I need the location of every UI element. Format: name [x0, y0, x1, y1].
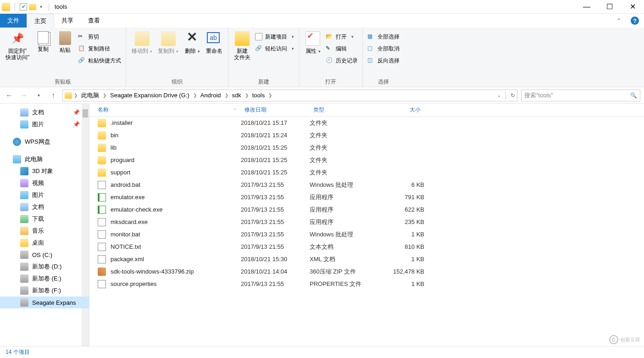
file-icon: [98, 181, 106, 189]
forward-button[interactable]: →: [18, 90, 29, 101]
up-button[interactable]: ↑: [48, 90, 59, 101]
paste-shortcut-button[interactable]: 🔗粘贴快捷方式: [76, 55, 123, 66]
file-icon: [98, 131, 106, 140]
chevron-right-icon[interactable]: ❯: [192, 93, 198, 98]
file-row[interactable]: bin2018/10/21 15:24文件夹: [89, 129, 644, 141]
file-row[interactable]: emulator.exe2017/9/13 21:55应用程序791 KB: [89, 191, 644, 203]
file-row[interactable]: lib2018/10/21 15:25文件夹: [89, 141, 644, 154]
ribbon: 📌 固定到" 快速访问" 复制 粘贴 ✂剪切 📋复制路径 🔗粘贴快捷方式 剪贴板: [0, 28, 644, 87]
nav-videos[interactable]: 视频: [0, 177, 89, 189]
nav-vol-f[interactable]: 新加卷 (F:): [0, 285, 89, 296]
help-button[interactable]: ?: [626, 14, 644, 28]
crumb-drive[interactable]: Seagate Expansion Drive (G:): [108, 92, 191, 99]
nav-vol-d[interactable]: 新加卷 (D:): [0, 261, 89, 273]
address-bar[interactable]: ❯ 此电脑 ❯ Seagate Expansion Drive (G:) ❯ A…: [62, 90, 517, 101]
crumb-android[interactable]: Android: [199, 92, 223, 99]
nav-3d-objects[interactable]: 3D 对象: [0, 165, 89, 177]
file-row[interactable]: monitor.bat2017/9/13 21:55Windows 批处理1 K…: [89, 228, 644, 241]
nav-wps[interactable]: WPS网盘: [0, 136, 89, 148]
tab-share[interactable]: 共享: [54, 14, 81, 28]
open-button[interactable]: 📂打开▾: [324, 31, 360, 42]
nav-pictures[interactable]: 图片📌: [0, 118, 89, 130]
nav-seagate[interactable]: Seagate Expans: [0, 296, 89, 308]
new-item-button[interactable]: 新建项目▾: [253, 31, 296, 42]
nav-pictures2[interactable]: 图片: [0, 189, 89, 201]
tab-view[interactable]: 查看: [81, 14, 107, 28]
file-date: 2018/10/21 15:25: [241, 169, 310, 176]
delete-button[interactable]: 删除▾: [181, 29, 203, 56]
file-row[interactable]: .installer2018/10/21 15:17文件夹: [89, 117, 644, 129]
file-row[interactable]: support2018/10/21 15:25文件夹: [89, 166, 644, 179]
file-row[interactable]: mksdcard.exe2017/9/13 21:55应用程序235 KB: [89, 216, 644, 228]
maximize-button[interactable]: ☐: [598, 0, 621, 14]
select-none-button[interactable]: ▢全部取消: [366, 43, 401, 54]
file-row[interactable]: NOTICE.txt2017/9/13 21:55文本文档810 KB: [89, 241, 644, 253]
rename-icon: [207, 31, 222, 46]
select-all-button[interactable]: ▦全部选择: [366, 31, 401, 42]
folder-icon[interactable]: [29, 4, 36, 10]
edit-button[interactable]: ✎编辑: [324, 43, 360, 54]
column-date[interactable]: 修改日期: [241, 104, 310, 116]
file-row[interactable]: android.bat2017/9/13 21:55Windows 批处理6 K…: [89, 179, 644, 191]
pin-to-quick-access-button[interactable]: 📌 固定到" 快速访问": [3, 29, 32, 63]
copy-path-button[interactable]: 📋复制路径: [76, 43, 123, 54]
recent-dropdown[interactable]: ▾: [33, 90, 44, 101]
tab-file[interactable]: 文件: [0, 14, 27, 28]
nav-downloads[interactable]: 下载: [0, 213, 89, 225]
invert-selection-button[interactable]: ◫反向选择: [366, 55, 401, 66]
checkbox-icon[interactable]: ✔: [20, 3, 27, 11]
chevron-right-icon[interactable]: ❯: [267, 93, 273, 98]
nav-os-c[interactable]: OS (C:): [0, 249, 89, 261]
file-icon: [98, 255, 106, 263]
tab-home[interactable]: 主页: [27, 14, 54, 28]
rename-button[interactable]: 重命名: [203, 29, 225, 56]
address-dropdown[interactable]: ⌄: [497, 93, 501, 98]
easy-access-icon: 🔗: [255, 45, 262, 52]
copy-button[interactable]: 复制: [32, 29, 54, 54]
refresh-button[interactable]: ↻: [511, 92, 515, 99]
nav-music[interactable]: 音乐: [0, 225, 89, 237]
chevron-right-icon[interactable]: ❯: [73, 93, 78, 98]
back-button[interactable]: ←: [4, 90, 15, 101]
file-name: emulator-check.exe: [111, 206, 162, 213]
nav-this-pc[interactable]: 此电脑: [0, 153, 89, 165]
column-type[interactable]: 类型: [310, 104, 378, 116]
ribbon-collapse-button[interactable]: ⌃: [612, 14, 626, 28]
crumb-sdk[interactable]: sdk: [230, 92, 243, 99]
column-size[interactable]: 大小: [378, 104, 424, 116]
crumb-tools[interactable]: tools: [250, 92, 266, 99]
file-icon: [98, 193, 106, 201]
nav-documents[interactable]: 文档📌: [0, 106, 89, 118]
chevron-right-icon[interactable]: ❯: [102, 93, 107, 98]
main-area: 文档📌 图片📌 WPS网盘 此电脑 3D 对象 视频 图片 文档 下载 音乐 桌…: [0, 104, 644, 346]
nav-vol-e[interactable]: 新加卷 (E:): [0, 273, 89, 285]
search-box[interactable]: 搜索"tools" 🔍: [521, 90, 640, 101]
history-button[interactable]: 🕘历史记录: [324, 55, 360, 66]
file-row[interactable]: source.properties2017/9/13 21:55PROPERTI…: [89, 278, 644, 290]
nav-documents2[interactable]: 文档: [0, 201, 89, 213]
file-row[interactable]: package.xml2018/10/21 15:30XML 文档1 KB: [89, 253, 644, 265]
file-type: 文件夹: [310, 119, 378, 127]
close-button[interactable]: ✕: [621, 0, 644, 14]
dropdown-icon[interactable]: ▾: [40, 4, 42, 9]
chevron-right-icon[interactable]: ❯: [244, 93, 250, 98]
move-to-button[interactable]: 移动到▾: [129, 29, 155, 56]
file-row[interactable]: emulator-check.exe2017/9/13 21:55应用程序622…: [89, 203, 644, 216]
chevron-right-icon[interactable]: ❯: [224, 93, 229, 98]
paste-button[interactable]: 粘贴: [54, 29, 76, 55]
minimize-button[interactable]: —: [575, 0, 598, 14]
crumb-this-pc[interactable]: 此电脑: [79, 91, 101, 100]
copy-to-button[interactable]: 复制到▾: [155, 29, 181, 56]
nav-desktop[interactable]: 桌面: [0, 237, 89, 249]
scissors-icon: ✂: [78, 33, 85, 40]
file-row[interactable]: sdk-tools-windows-4333796.zip2018/10/21 …: [89, 265, 644, 278]
search-icon[interactable]: 🔍: [630, 92, 637, 99]
easy-access-button[interactable]: 🔗轻松访问▾: [253, 43, 296, 54]
file-list: .installer2018/10/21 15:17文件夹bin2018/10/…: [89, 117, 644, 346]
new-folder-button[interactable]: 新建 文件夹: [231, 29, 253, 63]
file-size: 622 KB: [378, 206, 424, 213]
cut-button[interactable]: ✂剪切: [76, 31, 123, 42]
properties-button[interactable]: 属性▾: [302, 29, 324, 56]
column-name[interactable]: 名称⌃: [89, 104, 241, 116]
file-row[interactable]: proguard2018/10/21 15:25文件夹: [89, 154, 644, 166]
